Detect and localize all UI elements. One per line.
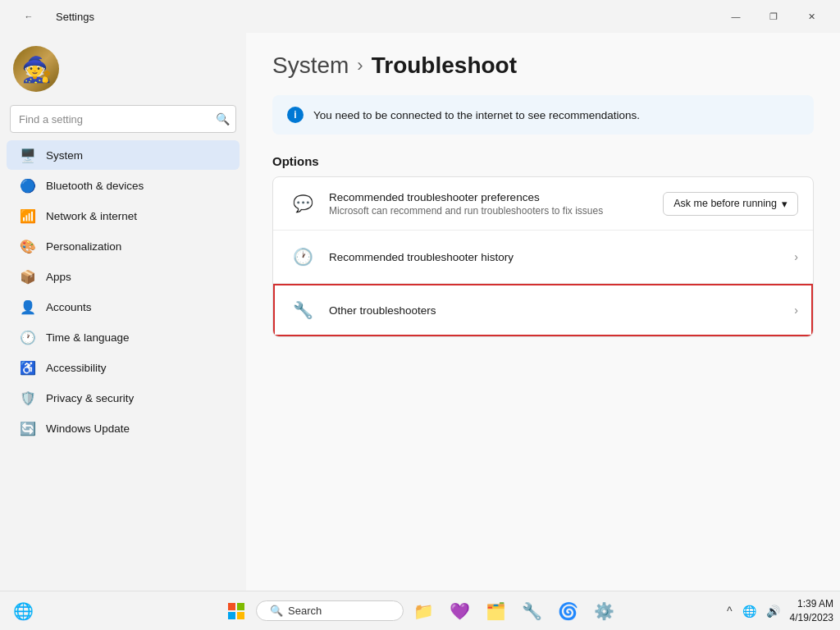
svg-rect-0 (228, 603, 235, 610)
option-subtitle-recommended-prefs: Microsoft can recommend and run troubles… (329, 205, 663, 217)
nav-label-privacy: Privacy & security (46, 392, 134, 404)
nav-icon-apps: 📦 (20, 268, 36, 285)
titlebar-controls: — ❐ ✕ (717, 3, 830, 30)
dropdown-recommended-prefs[interactable]: Ask me before running ▾ (663, 192, 798, 216)
chevron-right-icon: › (794, 250, 798, 263)
sidebar-item-accessibility[interactable]: ♿ Accessibility (7, 353, 240, 382)
dropdown-chevron-icon: ▾ (782, 198, 788, 210)
back-button[interactable]: ← (10, 3, 48, 30)
taskbar-left: 🌐 (7, 595, 39, 628)
option-icon-other-troubleshooters: 🔧 (288, 295, 317, 325)
nav-label-update: Windows Update (46, 422, 130, 435)
taskbar-settings[interactable]: ⚙️ (587, 595, 620, 628)
taskbar-right: ^ 🌐 🔊 1:39 AM 4/19/2023 (724, 597, 833, 625)
avatar: 🧙 (13, 46, 59, 92)
titlebar-title: Settings (56, 11, 94, 23)
nav-icon-update: 🔄 (20, 420, 36, 436)
tray-globe-icon[interactable]: 🌐 (739, 601, 760, 621)
search-input[interactable] (10, 105, 236, 133)
info-icon: i (287, 107, 304, 123)
sidebar-item-network[interactable]: 📶 Network & internet (7, 201, 240, 231)
option-text-other-troubleshooters: Other troubleshooters (329, 304, 794, 317)
search-icon: 🔍 (216, 112, 230, 126)
breadcrumb-chevron: › (357, 55, 363, 76)
nav-icon-network: 📶 (20, 208, 36, 224)
taskbar-teams[interactable]: 💜 (443, 595, 476, 628)
search-magnifier-icon: 🔍 (270, 605, 283, 617)
taskbar-explorer[interactable]: 📁 (407, 595, 440, 628)
option-text-troubleshooter-history: Recommended troubleshooter history (329, 251, 794, 263)
taskbar: 🌐 🔍 Search 📁 💜 🗂️ 🔧 🌀 ⚙️ ^ 🌐 🔊 (0, 591, 840, 630)
main-area: 🧙 🔍 🖥️ System 🔵 Bluetooth & devices 📶 Ne… (0, 33, 840, 591)
option-title-other-troubleshooters: Other troubleshooters (329, 304, 794, 317)
clock: 1:39 AM 4/19/2023 (790, 597, 833, 625)
tray-volume-icon[interactable]: 🔊 (763, 601, 783, 621)
svg-rect-2 (228, 612, 235, 619)
nav-icon-time: 🕐 (20, 329, 36, 345)
nav-label-apps: Apps (46, 271, 71, 283)
option-icon-troubleshooter-history: 🕐 (288, 242, 317, 272)
nav-label-accessibility: Accessibility (46, 362, 107, 374)
nav-label-system: System (46, 149, 83, 162)
search-box: 🔍 (10, 105, 236, 133)
breadcrumb-parent: System (272, 52, 349, 79)
minimize-button[interactable]: — (717, 3, 755, 30)
nav-label-bluetooth: Bluetooth & devices (46, 180, 144, 192)
content-area: System › Troubleshoot i You need to be c… (246, 33, 840, 591)
breadcrumb-current: Troubleshoot (372, 52, 517, 79)
system-tray: ^ 🌐 🔊 (724, 601, 783, 621)
titlebar: ← Settings — ❐ ✕ (0, 0, 840, 33)
sidebar-item-update[interactable]: 🔄 Windows Update (7, 413, 240, 443)
nav-label-network: Network & internet (46, 210, 137, 222)
nav-label-time: Time & language (46, 331, 130, 344)
info-text: You need to be connected to the internet… (313, 109, 640, 121)
option-row-other-troubleshooters[interactable]: 🔧 Other troubleshooters › (273, 284, 813, 336)
sidebar-item-privacy[interactable]: 🛡️ Privacy & security (7, 383, 240, 413)
maximize-button[interactable]: ❐ (755, 3, 792, 30)
taskbar-files[interactable]: 🗂️ (479, 595, 512, 628)
nav-icon-privacy: 🛡️ (20, 390, 36, 406)
titlebar-left: ← Settings (10, 3, 94, 30)
edge-icon[interactable]: 🌐 (7, 595, 39, 628)
nav-label-personalization: Personalization (46, 240, 121, 253)
nav-label-accounts: Accounts (46, 301, 92, 313)
breadcrumb: System › Troubleshoot (272, 52, 814, 79)
taskbar-search[interactable]: 🔍 Search (256, 600, 404, 621)
taskbar-search-label: Search (288, 605, 322, 617)
nav-icon-personalization: 🎨 (20, 238, 36, 254)
sidebar-item-personalization[interactable]: 🎨 Personalization (7, 231, 240, 261)
option-icon-recommended-prefs: 💬 (288, 189, 317, 218)
tray-chevron[interactable]: ^ (724, 601, 736, 621)
close-button[interactable]: ✕ (792, 3, 830, 30)
svg-rect-1 (237, 603, 244, 610)
clock-time: 1:39 AM (790, 597, 833, 611)
sidebar-item-apps[interactable]: 📦 Apps (7, 262, 240, 291)
options-card: 💬 Recommended troubleshooter preferences… (272, 176, 814, 337)
option-title-troubleshooter-history: Recommended troubleshooter history (329, 251, 794, 263)
sidebar-item-bluetooth[interactable]: 🔵 Bluetooth & devices (7, 171, 240, 200)
chevron-right-icon: › (794, 304, 798, 317)
clock-date: 4/19/2023 (790, 611, 833, 625)
nav-icon-accounts: 👤 (20, 299, 36, 315)
taskbar-browser2[interactable]: 🌀 (551, 595, 584, 628)
sidebar-item-time[interactable]: 🕐 Time & language (7, 322, 240, 352)
section-title: Options (272, 154, 814, 168)
sidebar-item-system[interactable]: 🖥️ System (7, 140, 240, 170)
nav-icon-bluetooth: 🔵 (20, 177, 36, 194)
sidebar-nav: 🖥️ System 🔵 Bluetooth & devices 📶 Networ… (0, 139, 246, 444)
info-banner: i You need to be connected to the intern… (272, 95, 814, 135)
taskbar-center: 🔍 Search 📁 💜 🗂️ 🔧 🌀 ⚙️ (220, 595, 620, 628)
user-avatar-section: 🧙 (0, 39, 246, 105)
taskbar-tools[interactable]: 🔧 (515, 595, 548, 628)
nav-icon-system: 🖥️ (20, 147, 36, 163)
nav-icon-accessibility: ♿ (20, 359, 36, 376)
option-text-recommended-prefs: Recommended troubleshooter preferences M… (329, 191, 663, 217)
sidebar-item-accounts[interactable]: 👤 Accounts (7, 292, 240, 322)
option-title-recommended-prefs: Recommended troubleshooter preferences (329, 191, 663, 203)
option-row-recommended-prefs[interactable]: 💬 Recommended troubleshooter preferences… (273, 177, 813, 231)
option-row-troubleshooter-history[interactable]: 🕐 Recommended troubleshooter history › (273, 231, 813, 284)
start-button[interactable] (220, 595, 253, 628)
sidebar: 🧙 🔍 🖥️ System 🔵 Bluetooth & devices 📶 Ne… (0, 33, 246, 591)
svg-rect-3 (237, 612, 244, 619)
